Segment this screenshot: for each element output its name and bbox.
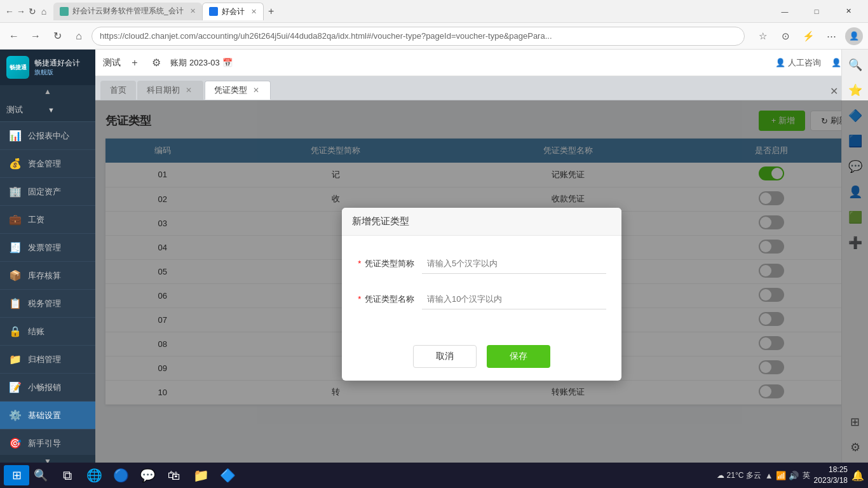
taskbar-wechat[interactable]: 💬: [135, 464, 160, 487]
new-tab-button[interactable]: +: [264, 4, 279, 19]
basic-icon: ⚙️: [9, 409, 22, 421]
taskbar-taskview[interactable]: ⧉: [55, 464, 80, 487]
tab-subject-close[interactable]: ✕: [184, 85, 194, 95]
tab-voucher-type[interactable]: 凭证类型 ✕: [205, 81, 271, 100]
topbar-add-button[interactable]: +: [126, 54, 144, 72]
downloads-button[interactable]: ⊙: [776, 27, 794, 45]
taskbar-search-button[interactable]: 🔍: [29, 465, 52, 485]
taskbar-explorer[interactable]: 📁: [188, 464, 214, 487]
network-icon[interactable]: ▲: [765, 471, 773, 480]
sidebar-app-title: 畅捷通好会计: [34, 58, 80, 69]
taskbar-edge2[interactable]: 🔷: [215, 464, 240, 487]
top-bar-period: 账期 2023-03 📅: [170, 57, 233, 69]
sidebar-item-guide[interactable]: 🎯 新手引导: [0, 430, 95, 455]
url-bar[interactable]: https://cloud2.chanjet.com/accounting/uh…: [92, 27, 745, 46]
sidebar-scroll-up[interactable]: ▲: [0, 85, 95, 98]
inventory-icon: 📦: [9, 269, 22, 281]
tab1-close[interactable]: ✕: [190, 7, 196, 15]
sidebar-item-tax[interactable]: 📋 税务管理: [0, 290, 95, 318]
company-name: 测试: [6, 104, 48, 116]
topbar-settings-button[interactable]: ⚙: [147, 54, 165, 72]
address-icons: ☆ ⊙ ⚡ ⋯ 👤: [754, 27, 863, 45]
modal-header: 新增凭证类型: [342, 208, 621, 236]
clock-time: 18:25: [814, 464, 848, 475]
tab-home[interactable]: 首页: [100, 81, 136, 100]
sidebar-company-select[interactable]: 测试 ▼: [0, 98, 95, 122]
tab-subject[interactable]: 科目期初 ✕: [137, 81, 203, 100]
browser-title-bar: ← → ↻ ⌂ 好会计云财务软件管理系统_会计 ✕ 好会计 ✕ + — □ ✕: [0, 0, 868, 23]
tab-home-label: 首页: [110, 85, 126, 96]
taskbar-clock: 18:25 2023/3/18: [814, 464, 848, 486]
browser-extensions-button[interactable]: ⚡: [799, 27, 817, 45]
taskbar-notification[interactable]: 🔔: [851, 470, 864, 482]
add-voucher-type-modal: 新增凭证类型 * 凭证类型简称 *: [342, 208, 621, 381]
bookmark-button[interactable]: ☆: [754, 27, 771, 45]
back-nav-button[interactable]: ←: [5, 27, 23, 45]
refresh-nav-button[interactable]: ↻: [48, 27, 66, 45]
browser-settings-button[interactable]: ⋯: [822, 27, 840, 45]
support-icon: 👤: [775, 58, 785, 67]
volume-icon[interactable]: 🔊: [789, 471, 799, 480]
modal-overlay: 新增凭证类型 * 凭证类型简称 *: [95, 100, 868, 488]
taskbar-language: 英: [803, 470, 810, 481]
period-calendar-icon[interactable]: 📅: [222, 58, 233, 67]
short-name-input[interactable]: [422, 254, 606, 274]
close-icon: 🔒: [9, 325, 22, 337]
taskbar: ⊞ 🔍 ⧉ 🌐 🔵 💬 🛍 📁 🔷 ☁ 21°C 多云 ▲ 📶 🔊 英 18:2…: [0, 463, 868, 488]
sidebar-item-label: 公报表中心: [28, 130, 69, 142]
window-controls: — □ ✕: [770, 3, 863, 20]
sidebar-item-funds[interactable]: 💰 资金管理: [0, 150, 95, 178]
cancel-button[interactable]: 取消: [413, 345, 477, 368]
home-browser-button[interactable]: ⌂: [39, 7, 48, 16]
cancel-label: 取消: [436, 351, 454, 361]
tab2-close[interactable]: ✕: [251, 8, 257, 16]
back-button[interactable]: ←: [5, 7, 14, 16]
sidebar-item-close[interactable]: 🔒 结账: [0, 318, 95, 346]
browser-nav-controls: ← → ↻ ⌂: [5, 7, 48, 16]
tab-voucher-type-close[interactable]: ✕: [251, 85, 261, 95]
taskbar-chrome[interactable]: 🔵: [108, 464, 133, 487]
ext-star-button[interactable]: ⭐: [845, 80, 865, 100]
start-button[interactable]: ⊞: [4, 465, 29, 485]
tabs-close-button[interactable]: ✕: [825, 82, 843, 100]
minimize-button[interactable]: —: [770, 3, 799, 20]
sidebar-item-inventory[interactable]: 📦 库存核算: [0, 262, 95, 290]
report-icon: 📝: [9, 381, 22, 393]
sidebar-item-announcement[interactable]: 📊 公报表中心: [0, 122, 95, 150]
refresh-browser-button[interactable]: ↻: [28, 7, 37, 16]
close-button[interactable]: ✕: [834, 3, 863, 20]
browser-tab-1[interactable]: 好会计云财务软件管理系统_会计 ✕: [53, 3, 202, 20]
sidebar-item-payroll[interactable]: 💼 工资: [0, 206, 95, 234]
taskbar-store[interactable]: 🛍: [161, 464, 187, 487]
support-button[interactable]: 👤 人工咨询: [775, 57, 821, 69]
weather-icon: ☁: [717, 471, 724, 480]
tab-subject-label: 科目期初: [147, 85, 180, 96]
support-label: 人工咨询: [788, 57, 821, 69]
sidebar-item-basic[interactable]: ⚙️ 基础设置: [0, 402, 95, 430]
ext-search-button[interactable]: 🔍: [845, 55, 865, 75]
full-name-input[interactable]: [422, 289, 606, 309]
sidebar-item-label: 税务管理: [28, 298, 61, 309]
forward-nav-button[interactable]: →: [27, 27, 44, 45]
page-body: 凭证类型 + 新增 ↻ 刷新 编码 凭证类型简称: [95, 100, 868, 488]
home-nav-button[interactable]: ⌂: [70, 27, 88, 45]
browser-profile-icon[interactable]: 👤: [845, 27, 863, 45]
forward-button[interactable]: →: [17, 7, 25, 16]
sidebar-item-report[interactable]: 📝 小畅报销: [0, 374, 95, 402]
sidebar-item-invoice[interactable]: 🧾 发票管理: [0, 234, 95, 262]
sidebar-item-archive[interactable]: 📁 归档管理: [0, 346, 95, 374]
taskbar-edge[interactable]: 🌐: [81, 464, 107, 487]
taskbar-items: ⧉ 🌐 🔵 💬 🛍 📁 🔷: [55, 464, 240, 487]
sidebar-item-label: 固定资产: [28, 186, 61, 198]
save-button[interactable]: 保存: [487, 345, 550, 368]
browser-tab-2[interactable]: 好会计 ✕: [202, 3, 264, 20]
url-text: https://cloud2.chanjet.com/accounting/uh…: [100, 31, 552, 41]
tab2-favicon: [209, 7, 218, 16]
maximize-button[interactable]: □: [802, 3, 831, 20]
sidebar-item-fixed-assets[interactable]: 🏢 固定资产: [0, 178, 95, 206]
main-content: 测试 + ⚙ 账期 2023-03 📅 👤 人工咨询 👤 用友: [95, 50, 868, 488]
save-label: 保存: [510, 351, 527, 361]
short-name-label: * 凭证类型简称: [357, 258, 414, 269]
invoice-icon: 🧾: [9, 241, 22, 254]
clock-date: 2023/3/18: [814, 475, 848, 486]
